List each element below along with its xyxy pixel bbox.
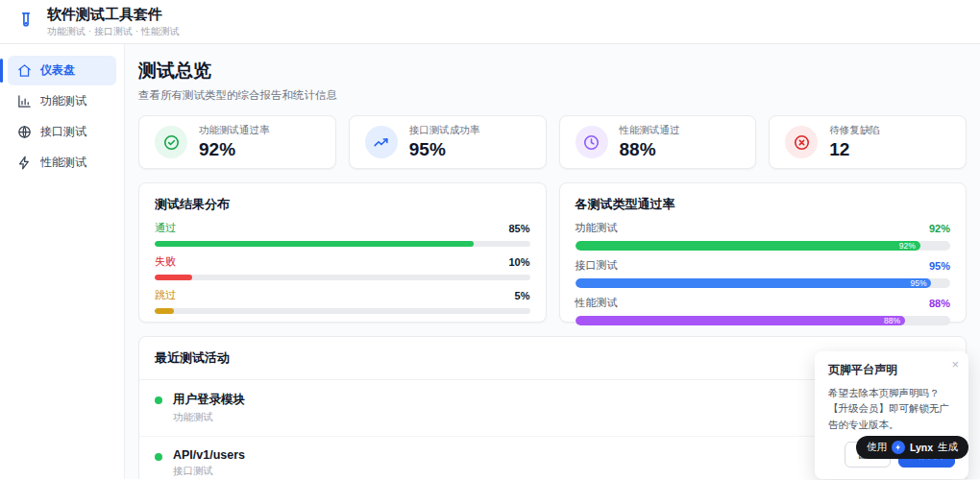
progress-track <box>155 275 530 280</box>
lynx-logo-icon <box>892 441 905 454</box>
distribution-row-fail: 失败 10% <box>155 254 530 280</box>
clock-icon <box>576 126 608 158</box>
type-rate-row-functional: 功能测试 92% 92% <box>576 221 951 251</box>
progress-track <box>155 308 530 314</box>
close-icon[interactable]: × <box>951 358 959 371</box>
badge-prefix: 使用 <box>867 441 887 454</box>
test-result-distribution-panel: 测试结果分布 通过 85% 失败 10% <box>138 182 547 323</box>
check-circle-icon <box>155 126 187 158</box>
x-circle-icon <box>785 126 818 158</box>
bar-label: 性能测试 <box>576 296 618 310</box>
bar-chart-icon <box>17 94 32 108</box>
type-rate-row-performance: 性能测试 88% 88% <box>576 296 951 325</box>
bar-value: 92% <box>929 223 950 234</box>
distribution-row-skip: 跳过 5% <box>155 288 530 314</box>
bar-value: 95% <box>929 260 950 272</box>
progress-fill <box>155 308 174 314</box>
type-rate-row-api: 接口测试 95% 95% <box>576 258 951 288</box>
trending-up-icon <box>365 126 398 158</box>
activity-name: API/v1/users <box>173 448 245 462</box>
sidebar-item-performance-test[interactable]: 性能测试 <box>8 148 116 178</box>
sidebar-item-label: 仪表盘 <box>40 62 75 79</box>
progress-track: 92% <box>576 241 951 251</box>
stat-value: 95% <box>409 139 480 160</box>
bar-value: 85% <box>508 223 529 234</box>
stat-card-api-success-rate: 接口测试成功率 95% <box>349 115 547 169</box>
globe-icon <box>17 125 32 139</box>
activity-type: 接口测试 <box>173 465 245 478</box>
page-title: 测试总览 <box>138 59 967 84</box>
sidebar-item-api-test[interactable]: 接口测试 <box>8 117 116 147</box>
progress-track: 95% <box>576 278 951 288</box>
bar-value: 5% <box>515 290 530 301</box>
badge-brand: Lynx <box>910 442 933 453</box>
bar-value: 10% <box>508 256 529 268</box>
status-dot <box>155 396 162 404</box>
bar-label: 接口测试 <box>576 258 618 273</box>
progress-track <box>155 241 530 247</box>
sidebar-item-label: 接口测试 <box>40 124 86 140</box>
panel-title: 各测试类型通过率 <box>576 196 951 213</box>
stat-label: 待修复缺陷 <box>829 124 880 137</box>
test-tube-icon <box>14 9 37 36</box>
sidebar-item-dashboard[interactable]: 仪表盘 <box>8 56 116 85</box>
footer-declaration-popup: 页脚平台声明 × 希望去除本页脚声明吗？【升级会员】即可解锁无广告的专业版本。 … <box>815 351 968 479</box>
progress-fill: 95% <box>576 278 932 288</box>
inline-bar-label: 88% <box>884 316 900 325</box>
stat-value: 92% <box>199 139 270 160</box>
bar-label: 通过 <box>155 221 176 235</box>
progress-fill <box>155 241 474 247</box>
stat-card-functional-pass-rate: 功能测试通过率 92% <box>138 115 336 169</box>
app-title: 软件测试工具套件 <box>47 6 180 23</box>
status-dot <box>155 453 162 461</box>
badge-suffix: 生成 <box>938 441 958 454</box>
bar-label: 跳过 <box>155 288 176 302</box>
lynx-generated-badge[interactable]: 使用 Lynx 生成 <box>856 436 968 459</box>
stat-card-performance-pass: 性能测试通过 88% <box>559 115 757 169</box>
stat-value: 12 <box>829 139 880 160</box>
stat-label: 接口测试成功率 <box>409 124 480 137</box>
sidebar-item-label: 功能测试 <box>40 93 86 109</box>
zap-icon <box>17 156 32 170</box>
bar-label: 失败 <box>155 254 176 269</box>
stat-label: 功能测试通过率 <box>199 124 270 137</box>
popup-title: 页脚平台声明 <box>828 362 955 378</box>
type-pass-rate-panel: 各测试类型通过率 功能测试 92% 92% 接口测试 95% 95% <box>559 182 968 323</box>
sidebar-item-functional-test[interactable]: 功能测试 <box>8 86 116 116</box>
bar-value: 88% <box>929 298 950 309</box>
stat-value: 88% <box>620 139 680 160</box>
stat-label: 性能测试通过 <box>620 124 680 137</box>
stat-card-defects-to-fix: 待修复缺陷 12 <box>769 115 967 169</box>
app-title-block: 软件测试工具套件 功能测试 · 接口测试 · 性能测试 <box>47 6 180 38</box>
progress-fill: 92% <box>576 241 920 251</box>
progress-fill: 88% <box>576 316 906 325</box>
sidebar: 仪表盘 功能测试 接口测试 性能测试 <box>0 44 125 479</box>
progress-fill <box>155 275 192 280</box>
stat-cards-row: 功能测试通过率 92% 接口测试成功率 95% 性能测试通过 <box>138 115 967 169</box>
page-subtitle: 查看所有测试类型的综合报告和统计信息 <box>138 88 967 103</box>
sidebar-item-label: 性能测试 <box>40 155 86 171</box>
progress-track: 88% <box>576 316 951 325</box>
inline-bar-label: 92% <box>899 241 916 251</box>
popup-body-text: 希望去除本页脚声明吗？【升级会员】即可解锁无广告的专业版本。 <box>828 385 955 432</box>
bar-label: 功能测试 <box>576 221 618 235</box>
chart-panels-row: 测试结果分布 通过 85% 失败 10% <box>138 182 967 323</box>
home-icon <box>17 63 32 78</box>
panel-title: 测试结果分布 <box>155 196 530 213</box>
inline-bar-label: 95% <box>910 278 926 288</box>
activity-type: 功能测试 <box>173 411 245 424</box>
app-header: 软件测试工具套件 功能测试 · 接口测试 · 性能测试 <box>0 0 980 44</box>
activity-name: 用户登录模块 <box>173 392 245 408</box>
active-indicator <box>0 59 3 83</box>
app-subtitle: 功能测试 · 接口测试 · 性能测试 <box>47 25 180 38</box>
distribution-row-pass: 通过 85% <box>155 221 530 247</box>
